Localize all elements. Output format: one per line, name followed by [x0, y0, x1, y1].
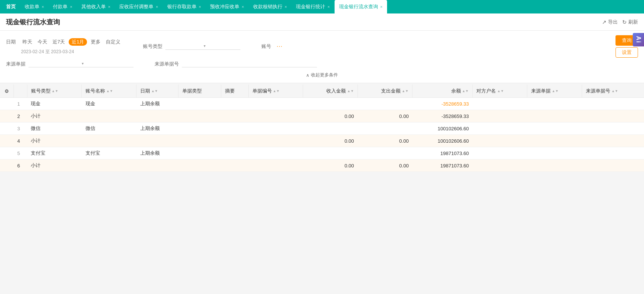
td-expense: 0.00 — [358, 160, 413, 172]
table-body: 1 现金 现金 上期余额 -3528659.33 2 小计 0.00 0.00 … — [0, 98, 644, 172]
nav-close-payment[interactable]: × — [70, 0, 72, 13]
td-doc-no — [248, 110, 303, 122]
nav-close-bank-deposit[interactable]: × — [199, 0, 201, 13]
td-expense: 0.00 — [358, 110, 413, 122]
th-expense-label: 支出金额 — [381, 88, 401, 94]
td-summary — [221, 135, 248, 147]
td-balance: -3528659.33 — [413, 110, 473, 122]
td-index: 4 — [14, 135, 27, 147]
th-account-type[interactable]: 账号类型▲▼ — [27, 85, 82, 98]
nav-item-bank-deposit[interactable]: 银行存取款单 × — [163, 0, 206, 13]
td-date: 上期余额 — [137, 98, 179, 110]
source-doc-no-label: 来源单据号 — [155, 61, 179, 67]
sort-icon-counterparty: ▲▼ — [497, 90, 504, 93]
th-balance[interactable]: 余额▲▼ — [413, 85, 473, 98]
export-button[interactable]: ↗ 导出 — [602, 19, 618, 25]
th-account-name[interactable]: 账号名称▲▼ — [82, 85, 137, 98]
td-settings — [0, 147, 14, 160]
td-balance: 19871073.60 — [413, 147, 473, 160]
th-summary: 摘要 — [221, 85, 248, 98]
table-settings-icon[interactable]: ⚙ — [5, 88, 9, 94]
td-index: 2 — [14, 110, 27, 122]
page-header: 现金银行流水查询 ↗ 导出 ↻ 刷新 — [0, 13, 644, 31]
td-account-type: 微信 — [27, 122, 82, 135]
table-row: 4 小计 0.00 0.00 100102606.60 — [0, 135, 644, 147]
account-no-ellipsis[interactable]: ··· — [276, 43, 282, 50]
td-source-doc — [527, 98, 582, 110]
settings-button[interactable]: 设置 — [615, 47, 638, 58]
date-btn-yesterday[interactable]: 昨天 — [21, 38, 34, 46]
th-source-doc[interactable]: 来源单据▲▼ — [527, 85, 582, 98]
nav-close-writeoff[interactable]: × — [285, 0, 287, 13]
td-summary — [221, 160, 248, 172]
account-type-arrow: ▾ — [204, 44, 240, 48]
th-counterparty[interactable]: 对方户名▲▼ — [473, 85, 527, 98]
nav-close-stats[interactable]: × — [327, 0, 330, 13]
th-settings[interactable]: ⚙ — [0, 85, 14, 98]
nav-item-payment[interactable]: 付款单 × — [48, 0, 77, 13]
nav-close-other-income[interactable]: × — [108, 0, 110, 13]
account-type-value — [165, 43, 202, 49]
td-settings — [0, 135, 14, 147]
td-income — [303, 98, 358, 110]
td-income: 0.00 — [303, 110, 358, 122]
th-doc-no-label: 单据编号 — [252, 88, 272, 94]
date-btn-7days[interactable]: 近7天 — [51, 38, 66, 46]
table-row: 5 支付宝 支付宝 上期余额 19871073.60 — [0, 147, 644, 160]
date-shortcuts: 昨天 今天 近7天 近1月 更多 自定义 — [21, 38, 122, 46]
td-account-type: 小计 — [27, 135, 82, 147]
td-index: 6 — [14, 160, 27, 172]
collapse-label: 收起更多条件 — [311, 72, 338, 78]
export-icon: ↗ — [602, 19, 606, 25]
th-date-label: 日期 — [140, 88, 150, 94]
date-btn-today[interactable]: 今天 — [36, 38, 49, 46]
collapse-button[interactable]: ∧ 收起更多条件 — [306, 72, 338, 78]
nav-close-receipt[interactable]: × — [42, 0, 44, 13]
td-source-doc — [527, 160, 582, 172]
th-date[interactable]: 日期▲▼ — [137, 85, 179, 98]
nav-item-writeoff[interactable]: 收款核销执行 × — [249, 0, 291, 13]
nav-item-other-income[interactable]: 其他收入单 × — [77, 0, 115, 13]
source-doc-no-input[interactable] — [182, 61, 317, 66]
nav-item-receipt[interactable]: 收款单 × — [20, 0, 48, 13]
nav-item-flow-query[interactable]: 现金银行流水查询 × — [335, 0, 387, 13]
header-actions: ↗ 导出 ↻ 刷新 — [602, 19, 638, 25]
td-doc-type — [179, 135, 221, 147]
th-balance-label: 余额 — [451, 88, 461, 94]
td-counterparty — [473, 110, 527, 122]
td-expense: 0.00 — [358, 135, 413, 147]
nav-item-ar-ap-adjust[interactable]: 应收应付调整单 × — [115, 0, 162, 13]
td-account-name — [82, 160, 137, 172]
nav-item-stats[interactable]: 现金银行统计 × — [291, 0, 334, 13]
td-income — [303, 147, 358, 160]
nav-close-prepaid[interactable]: × — [242, 0, 244, 13]
nav-item-prepaid[interactable]: 预收冲应收单 × — [206, 0, 248, 13]
td-source-doc — [527, 122, 582, 135]
nav-close-ar-ap-adjust[interactable]: × — [156, 0, 158, 13]
source-doc-select[interactable]: ▾ — [29, 61, 134, 67]
nav-label-writeoff: 收款核销执行 — [253, 0, 282, 13]
nav-close-flow-query[interactable]: × — [380, 0, 383, 13]
th-income[interactable]: 收入金额▲▼ — [303, 85, 358, 98]
th-source-doc-no[interactable]: 来源单据号▲▼ — [582, 85, 644, 98]
th-index — [14, 85, 27, 98]
td-summary — [221, 110, 248, 122]
account-no-wrapper: ··· — [276, 43, 282, 50]
td-account-type: 现金 — [27, 98, 82, 110]
th-doc-no[interactable]: 单据编号▲▼ — [248, 85, 303, 98]
account-type-select[interactable]: ▾ — [165, 43, 240, 50]
date-btn-1month[interactable]: 近1月 — [69, 38, 87, 46]
date-btn-custom[interactable]: 自定义 — [104, 38, 122, 46]
account-type-label: 账号类型 — [143, 43, 162, 50]
sort-icon-date: ▲▼ — [151, 90, 158, 93]
sort-icon-source-doc: ▲▼ — [552, 90, 558, 93]
nav-item-home[interactable]: 首页 — [2, 0, 20, 13]
refresh-button[interactable]: ↻ 刷新 — [622, 19, 638, 25]
date-btn-more[interactable]: 更多 — [89, 38, 102, 46]
td-account-name: 微信 — [82, 122, 137, 135]
td-expense — [358, 98, 413, 110]
ai-badge[interactable]: Ai — [633, 33, 644, 46]
th-expense[interactable]: 支出金额▲▼ — [358, 85, 413, 98]
sort-icon-income: ▲▼ — [347, 90, 354, 93]
nav-label-bank-deposit: 银行存取款单 — [167, 0, 197, 13]
